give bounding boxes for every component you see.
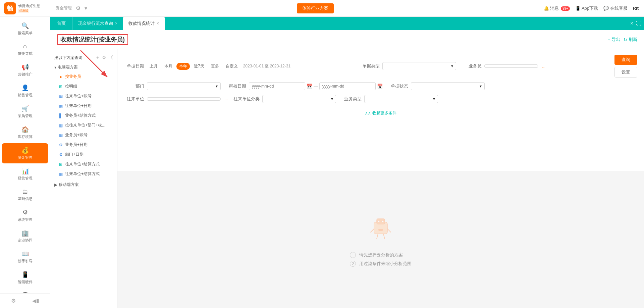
partner-more-btn[interactable]: ... [225,97,228,101]
scheme-item-salesperson-account[interactable]: ▦ 业务员+账号 [50,130,117,140]
tab-home[interactable]: 首页 [50,17,73,30]
search-icon: 🔍 [21,22,29,30]
app-download-btn[interactable]: 📱 App下载 [575,5,598,11]
scheme-settings-btn[interactable]: ⚙ [102,55,106,61]
tab-receipt-close[interactable]: × [157,21,159,26]
sidebar-item-basic[interactable]: 🗂 基础信息 [2,185,48,205]
sidebar-item-purchase[interactable]: 🛒 采购管理 [2,102,48,122]
scheme-item-unit-date[interactable]: ▦ 往来单位+日期 [50,101,117,111]
sidebar-item-sales[interactable]: 👤 销售管理 [2,81,48,101]
salesperson-more-btn[interactable]: ... [542,64,545,68]
sidebar-item-corp[interactable]: 🏢 企业协同 [2,226,48,246]
review-date-start[interactable] [249,82,305,90]
tab-bank-close[interactable]: × [115,21,117,26]
partner-select[interactable] [147,97,221,101]
sidebar-item-search[interactable]: 🔍 搜索菜单 [2,19,48,39]
date-tab-more[interactable]: 更多 [208,63,222,70]
scheme-item-salesperson-date[interactable]: ⚙ 业务员+日期 [50,140,117,150]
tab-receipt[interactable]: 收款情况统计 × [123,17,165,30]
logo-text: 畅捷通好生意 标准版 [18,3,40,13]
query-btn[interactable]: 查询 [614,55,637,65]
sidebar-item-inventory[interactable]: 🏠 库存核算 [2,122,48,143]
sidebar-settings-btn[interactable]: ⚙ [10,296,17,305]
scheme-item-unit-payment2[interactable]: ▦ 往来单位+结算方式 [50,169,117,179]
sidebar-collapse-btn[interactable]: ◀▮ [31,296,41,305]
date-tab-this-month[interactable]: 本月 [162,63,175,70]
sidebar-item-system[interactable]: ⚙ 系统管理 [2,205,48,225]
item-table-icon4: ▦ [58,133,63,138]
dept-select[interactable]: ▾ [147,82,221,90]
date-tab-last-month[interactable]: 上月 [147,63,160,70]
breadcrumb: 资金管理 [56,5,72,11]
sidebar-item-wechat[interactable]: 💬 企业微信 [2,289,48,293]
scheme-item-unit-payment1[interactable]: ⊞ 往来单位+结算方式 [50,159,117,169]
online-service-btn[interactable]: 💬 在线客服 [603,5,628,11]
sidebar-label-guide: 新手引导 [18,259,33,264]
empty-steps: 1 请先选择要分析的方案 2 用过滤条件来缩小分析范围 [350,251,412,268]
tab-bank[interactable]: 现金银行流水查询 × [73,17,123,30]
sidebar-item-marketing[interactable]: 📢 营销推广 [2,60,48,80]
scheme-section-mobile-title[interactable]: ▶ 移动端方案 [50,180,117,189]
sidebar-item-guide[interactable]: 📖 新手引导 [2,247,48,267]
calendar-icon-start[interactable]: 📅 [307,84,312,89]
sidebar-item-operations[interactable]: 📊 经营管理 [2,164,48,184]
filter-dept-item: 部门 ▾ [124,82,221,90]
basic-icon: 🗂 [22,188,28,195]
partner-label: 往来单位 [124,96,144,102]
doc-status-select[interactable]: ▾ [411,82,485,90]
date-range-display: 2023-01-01 至 2023-12-31 [243,63,290,69]
tabbar: 首页 现金银行流水查询 × 收款情况统计 × × ⛶ [50,17,644,30]
scheme-header-label: 按以下方案查询 [54,55,83,61]
sidebar-label-inventory: 库存核算 [18,134,33,139]
biz-type-select[interactable]: ▾ [364,95,438,103]
sidebar-item-hardware[interactable]: 📱 智能硬件 [2,268,48,288]
scheme-item-by-detail[interactable]: ⊞ 按明细 [50,82,117,91]
sidebar-label-marketing: 营销推广 [18,72,33,77]
user-name[interactable]: Rit [633,6,639,11]
salesperson-select[interactable] [484,64,538,68]
partner-category-select[interactable]: ▾ [262,95,336,103]
tab-close-all-icon[interactable]: × [630,20,633,27]
collapse-btn[interactable]: ∧∧ 收起更多条件 [362,108,399,119]
review-date-end[interactable] [319,82,376,90]
date-tab-7days[interactable]: 近7天 [191,63,207,70]
refresh-btn[interactable]: ↻ 刷新 [624,37,637,43]
purchase-icon: 🛒 [21,105,29,112]
filter-row-dept: 部门 ▾ 审核日期 📅 — [124,82,637,90]
collapse-label: 收起更多条件 [372,110,396,116]
trial-btn[interactable]: 体验行业方案 [297,3,334,13]
date-dash: — [314,84,318,89]
scheme-item-salesperson-payment[interactable]: ▌ 业务员+结算方式 [50,111,117,120]
scheme-item-by-salesperson[interactable]: ● 按业务员 [50,72,117,82]
doctype-select[interactable]: ▾ [382,62,456,70]
filter-partner-item: 往来单位 ... [124,96,228,102]
sidebar-item-shortcut[interactable]: ⌂ 快捷导航 [2,40,48,59]
scheme-section-pc-title[interactable]: ▾ 电脑端方案 [50,63,117,72]
scheme-item-dept-date[interactable]: ⚙ 部门+日期 [50,150,117,159]
add-scheme-btn[interactable]: ＋ [95,55,100,61]
sidebar-label-hardware: 智能硬件 [18,279,33,285]
sidebar-nav: 🔍 搜索菜单 ⌂ 快捷导航 📢 营销推广 👤 销售管理 🛒 采购管理 🏠 库存核… [0,17,50,293]
topbar-dropdown-icon[interactable]: ▾ [85,5,87,11]
date-tab-this-year[interactable]: 本年 [176,63,190,70]
tab-fullscreen-icon[interactable]: ⛶ [636,20,641,27]
setting-btn[interactable]: 设置 [614,67,637,78]
notification-area[interactable]: 🔔 消息 99+ [544,5,570,11]
export-btn[interactable]: ↑ 导出 [608,37,621,43]
filter-salesperson-item: 业务员 ... [462,63,545,69]
system-icon: ⚙ [22,209,28,216]
notification-label: 消息 [550,6,559,11]
finance-icon: 💰 [21,147,29,154]
biz-type-dropdown-icon: ▾ [433,97,435,101]
refresh-icon: ↻ [624,37,627,42]
scheme-item-unit-account[interactable]: ▦ 往来单位+账号 [50,91,117,101]
scheme-collapse-btn[interactable]: 《 [108,55,113,61]
calendar-icon-end[interactable]: 📅 [377,84,383,89]
scheme-item-unit-dept[interactable]: ▦ 按往来单位+部门+收... [50,120,117,130]
sidebar-label-finance: 资金管理 [18,155,33,160]
date-tab-custom[interactable]: 自定义 [223,63,240,70]
sidebar-item-finance[interactable]: 💰 资金管理 [2,143,48,163]
tabbar-right: × ⛶ [630,20,644,27]
topbar-gear-icon[interactable]: ⚙ [76,5,80,11]
mobile-section-label: 移动端方案 [59,182,79,188]
